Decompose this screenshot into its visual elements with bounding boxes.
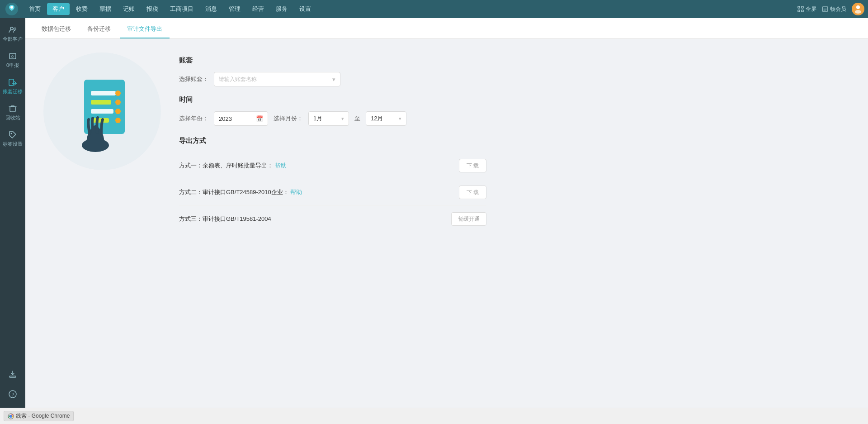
export-method-2-desc: 方式二：审计接口GB/T24589-2010企业： 帮助 bbox=[179, 188, 453, 196]
nav-message[interactable]: 消息 bbox=[200, 3, 222, 15]
main-layout: 全部客户 0 0申报 账套迁移 回收站 标签设置 ? bbox=[0, 18, 868, 408]
svg-rect-2 bbox=[798, 6, 800, 8]
svg-point-9 bbox=[10, 27, 13, 30]
svg-rect-5 bbox=[802, 10, 803, 12]
svg-rect-14 bbox=[10, 107, 15, 112]
sidebar-item-tag-settings[interactable]: 标签设置 bbox=[1, 127, 24, 151]
export-section-title: 导出方式 bbox=[179, 137, 486, 145]
export-method-3-coming-button[interactable]: 暂缓开通 bbox=[451, 212, 486, 226]
month-start-select[interactable]: 1月 ▾ bbox=[308, 111, 349, 126]
sidebar-item-all-customers[interactable]: 全部客户 bbox=[1, 22, 24, 46]
app-logo[interactable] bbox=[4, 1, 20, 17]
nav-manage[interactable]: 管理 bbox=[223, 3, 246, 15]
svg-rect-16 bbox=[9, 376, 16, 377]
illustration-circle bbox=[43, 52, 161, 170]
svg-point-25 bbox=[115, 100, 121, 105]
account-section-title: 账套 bbox=[179, 56, 486, 65]
svg-point-30 bbox=[9, 415, 12, 418]
month-end-chevron-icon: ▾ bbox=[399, 116, 401, 122]
export-method-3: 方式三：审计接口GB/T19581-2004 暂缓开通 bbox=[179, 206, 486, 232]
sidebar-item-migrate[interactable]: 账套迁移 bbox=[1, 74, 24, 99]
svg-rect-20 bbox=[91, 91, 116, 95]
svg-rect-3 bbox=[802, 6, 803, 8]
sidebar-label-tag-settings: 标签设置 bbox=[3, 141, 23, 148]
nav-settings[interactable]: 设置 bbox=[294, 3, 316, 15]
export-method-2-help[interactable]: 帮助 bbox=[290, 189, 302, 195]
export-method-2: 方式二：审计接口GB/T24589-2010企业： 帮助 下 载 bbox=[179, 179, 486, 206]
export-section: 导出方式 方式一：余额表、序时账批量导出： 帮助 下 载 方式二：审计接口GB/… bbox=[179, 137, 486, 232]
member-label: 畅会员 bbox=[830, 5, 846, 13]
tab-backup-migrate[interactable]: 备份迁移 bbox=[80, 20, 118, 38]
month-end-value: 12月 bbox=[371, 114, 383, 123]
sidebar-item-help[interactable]: ? bbox=[1, 386, 24, 402]
sidebar-bottom: ? bbox=[1, 366, 24, 408]
member-button[interactable]: 畅会员 bbox=[822, 5, 846, 13]
svg-rect-22 bbox=[91, 109, 113, 114]
export-method-1-download-button[interactable]: 下 载 bbox=[459, 159, 486, 172]
export-method-1: 方式一：余额表、序时账批量导出： 帮助 下 载 bbox=[179, 152, 486, 179]
sidebar-label-recycle: 回收站 bbox=[5, 114, 20, 121]
left-sidebar: 全部客户 0 0申报 账套迁移 回收站 标签设置 ? bbox=[0, 18, 25, 408]
export-method-1-help[interactable]: 帮助 bbox=[275, 162, 287, 169]
svg-point-27 bbox=[115, 118, 121, 123]
nav-service[interactable]: 服务 bbox=[270, 3, 293, 15]
nav-invoice[interactable]: 票据 bbox=[94, 3, 117, 15]
month-start-value: 1月 bbox=[313, 114, 322, 123]
svg-point-24 bbox=[115, 91, 121, 96]
account-placeholder: 请输入账套名称 bbox=[219, 76, 257, 83]
form-area: 账套 选择账套： 请输入账套名称 ▾ 时间 选择年份： 2023 📅 bbox=[179, 52, 486, 232]
account-row: 选择账套： 请输入账套名称 ▾ bbox=[179, 72, 486, 86]
nav-bookkeeping[interactable]: 记账 bbox=[118, 3, 140, 15]
sidebar-item-zero-declare[interactable]: 0 0申报 bbox=[1, 48, 24, 72]
svg-point-1 bbox=[10, 6, 13, 9]
sidebar-label-migrate: 账套迁移 bbox=[3, 88, 23, 95]
sidebar-item-download[interactable] bbox=[1, 366, 24, 382]
time-section-title: 时间 bbox=[179, 95, 486, 104]
nav-right: 全屏 畅会员 bbox=[797, 3, 864, 15]
month-start-chevron-icon: ▾ bbox=[341, 116, 344, 122]
month-label: 选择月份： bbox=[274, 114, 303, 123]
nav-home[interactable]: 首页 bbox=[24, 3, 46, 15]
taskbar-chrome-item[interactable]: 线索 - Google Chrome bbox=[4, 411, 74, 421]
year-input[interactable]: 2023 📅 bbox=[214, 111, 268, 126]
tab-data-migrate[interactable]: 数据包迁移 bbox=[34, 20, 78, 38]
year-label: 选择年份： bbox=[179, 114, 208, 123]
account-selector[interactable]: 请输入账套名称 ▾ bbox=[214, 72, 340, 86]
fullscreen-button[interactable]: 全屏 bbox=[797, 5, 816, 13]
export-method-1-desc: 方式一：余额表、序时账批量导出： 帮助 bbox=[179, 162, 453, 170]
svg-text:?: ? bbox=[12, 392, 14, 397]
nav-operation[interactable]: 经营 bbox=[247, 3, 269, 15]
tab-audit-export[interactable]: 审计文件导出 bbox=[120, 20, 170, 38]
sidebar-item-recycle[interactable]: 回收站 bbox=[1, 100, 24, 125]
svg-point-8 bbox=[855, 10, 861, 14]
nav-bizproject[interactable]: 工商项目 bbox=[165, 3, 199, 15]
export-method-3-desc: 方式三：审计接口GB/T19581-2004 bbox=[179, 215, 446, 223]
svg-point-15 bbox=[11, 133, 12, 134]
svg-point-26 bbox=[115, 109, 121, 114]
month-end-select[interactable]: 12月 ▾ bbox=[366, 111, 406, 126]
nav-items: 首页 客户 收费 票据 记账 报税 工商项目 消息 管理 经营 服务 设置 bbox=[24, 3, 797, 15]
calendar-icon: 📅 bbox=[256, 115, 263, 122]
export-method-2-download-button[interactable]: 下 载 bbox=[459, 186, 486, 199]
nav-tax[interactable]: 报税 bbox=[141, 3, 164, 15]
account-label: 选择账套： bbox=[179, 75, 208, 83]
svg-rect-13 bbox=[9, 79, 14, 86]
svg-point-7 bbox=[856, 5, 860, 9]
content-area: 数据包迁移 备份迁移 审计文件导出 bbox=[25, 18, 868, 408]
taskbar-chrome-label: 线索 - Google Chrome bbox=[16, 412, 70, 420]
svg-rect-19 bbox=[84, 80, 125, 134]
nav-customer[interactable]: 客户 bbox=[47, 3, 70, 15]
illustration-area bbox=[43, 52, 161, 170]
account-chevron-icon: ▾ bbox=[332, 76, 335, 83]
svg-rect-21 bbox=[91, 100, 111, 105]
sidebar-label-zero-declare: 0申报 bbox=[6, 62, 19, 69]
to-separator: 至 bbox=[354, 114, 360, 123]
avatar[interactable] bbox=[852, 3, 864, 15]
taskbar: 线索 - Google Chrome bbox=[0, 408, 868, 424]
nav-fee[interactable]: 收费 bbox=[71, 3, 93, 15]
top-nav: 首页 客户 收费 票据 记账 报税 工商项目 消息 管理 经营 服务 设置 全屏… bbox=[0, 0, 868, 18]
page-content: 账套 选择账套： 请输入账套名称 ▾ 时间 选择年份： 2023 📅 bbox=[25, 39, 868, 408]
year-value: 2023 bbox=[219, 115, 232, 122]
svg-rect-4 bbox=[798, 10, 800, 12]
time-row: 选择年份： 2023 📅 选择月份： 1月 ▾ 至 12月 ▾ bbox=[179, 111, 486, 126]
